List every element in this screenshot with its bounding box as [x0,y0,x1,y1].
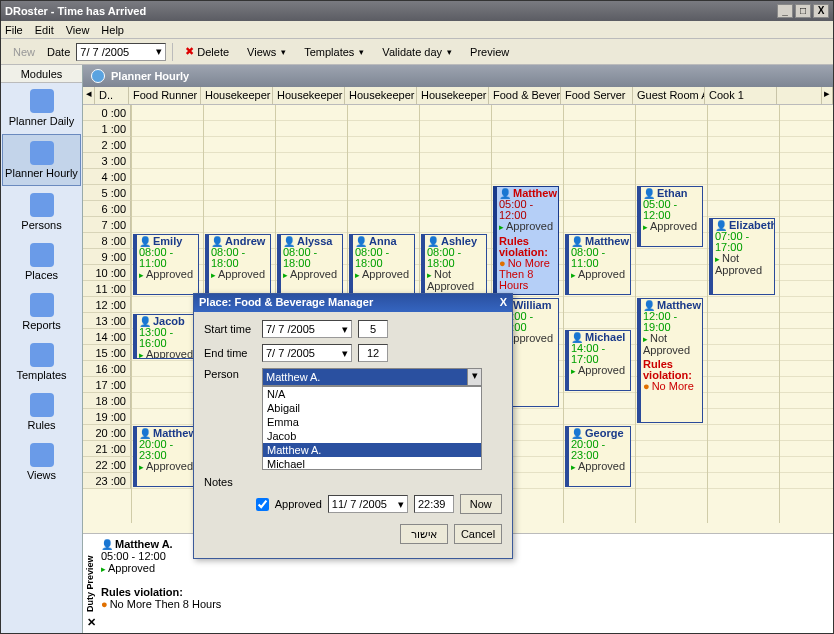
preview-status: Approved [101,562,825,574]
module-rules[interactable]: Rules [1,387,82,437]
time-label: 0 :00 [83,105,131,121]
shift-card[interactable]: Andrew08:00 - 18:00Approved [205,234,271,295]
time-label: 17 :00 [83,377,131,393]
person-dropdown-list[interactable]: N/AAbigailEmmaJacobMatthew A.MichaelWill… [262,386,482,470]
titlebar: DRoster - Time has Arrived _ □ X [1,1,833,21]
person-option[interactable]: Matthew A. [263,443,481,457]
time-label: 9 :00 [83,249,131,265]
shift-card[interactable]: Ashley08:00 - 18:00Not Approved [421,234,487,295]
column-header[interactable]: Housekeeper 5 [417,87,489,104]
shift-card[interactable]: Jacob13:00 - 16:00Approved [133,314,199,359]
time-label: 22 :00 [83,457,131,473]
shift-card[interactable]: Matthew A.12:00 - 19:00Not ApprovedRules… [637,298,703,423]
column-header[interactable]: Housekeeper 3 [273,87,345,104]
scroll-left[interactable]: ◂ [83,87,95,104]
shift-card[interactable]: Anna08:00 - 18:00Approved [349,234,415,295]
person-option[interactable]: Michael [263,457,481,470]
time-label: 15 :00 [83,345,131,361]
column-header[interactable]: Food & Beverage... [489,87,561,104]
shift-card[interactable]: Matthew A.05:00 - 12:00ApprovedRules vio… [493,186,559,295]
module-templates[interactable]: Templates [1,337,82,387]
module-places[interactable]: Places [1,237,82,287]
person-option[interactable]: Abigail [263,401,481,415]
toolbar: New Date 7/ 7 /2005▾ ✖Delete Views Templ… [1,39,833,65]
person-combobox[interactable]: Matthew A.▾ N/AAbigailEmmaJacobMatthew A… [262,368,482,470]
shift-card[interactable]: Matthew B.08:00 - 11:00Approved [565,234,631,295]
menu-edit[interactable]: Edit [35,24,54,36]
ok-button[interactable]: אישור [400,524,448,544]
person-option[interactable]: Jacob [263,429,481,443]
time-label: 10 :00 [83,265,131,281]
notes-label: Notes [204,476,256,488]
validate-dropdown[interactable]: Validate day [376,44,458,60]
time-label: 16 :00 [83,361,131,377]
window-title: DRoster - Time has Arrived [5,5,775,17]
time-label: 12 :00 [83,297,131,313]
shift-card[interactable]: Matthew A.20:00 - 23:00Approved [133,426,199,487]
minimize-button[interactable]: _ [777,4,793,18]
column-header[interactable]: Cook 1 [705,87,777,104]
time-label: 3 :00 [83,153,131,169]
shift-card[interactable]: Elizabeth07:00 - 17:00Not Approved [709,218,775,295]
views-dropdown[interactable]: Views [241,44,292,60]
time-label: 23 :00 [83,473,131,489]
module-reports[interactable]: Reports [1,287,82,337]
time-label: 20 :00 [83,425,131,441]
maximize-button[interactable]: □ [795,4,811,18]
preview-close[interactable]: ✕ [87,616,96,629]
templates-dropdown[interactable]: Templates [298,44,370,60]
column-header[interactable]: Food Server [561,87,633,104]
shift-card[interactable]: Emily08:00 - 11:00Approved [133,234,199,295]
date-picker[interactable]: 7/ 7 /2005▾ [76,43,166,61]
dialog-close-icon[interactable]: X [500,296,507,310]
time-label: 5 :00 [83,185,131,201]
shift-card[interactable]: Michael14:00 - 17:00Approved [565,330,631,391]
menu-view[interactable]: View [66,24,90,36]
planner-icon [91,69,105,83]
approved-checkbox[interactable] [256,498,269,511]
end-time-label: End time [204,347,256,359]
time-label: 6 :00 [83,201,131,217]
menu-file[interactable]: File [5,24,23,36]
column-header[interactable]: Food Runner [129,87,201,104]
scroll-right[interactable]: ▸ [821,87,833,104]
person-option[interactable]: Emma [263,415,481,429]
day-header: D.. [95,87,129,104]
shift-card[interactable]: Alyssa08:00 - 18:00Approved [277,234,343,295]
time-label: 1 :00 [83,121,131,137]
end-date-input[interactable]: 7/ 7 /2005▾ [262,344,352,362]
now-button[interactable]: Now [460,494,502,514]
column-header[interactable]: Housekeeper 4 [345,87,417,104]
menu-help[interactable]: Help [101,24,124,36]
new-button[interactable]: New [7,44,41,60]
date-label: Date [47,46,70,58]
person-option[interactable]: N/A [263,387,481,401]
app-window: DRoster - Time has Arrived _ □ X File Ed… [0,0,834,634]
time-label: 2 :00 [83,137,131,153]
column-header[interactable]: Guest Room Atte... [633,87,705,104]
module-persons[interactable]: Persons [1,187,82,237]
shift-card[interactable]: Ethan05:00 - 12:00Approved [637,186,703,247]
start-time-label: Start time [204,323,256,335]
shift-card[interactable]: George20:00 - 23:00Approved [565,426,631,487]
planner-title: Planner Hourly [111,70,189,82]
approved-date-input[interactable]: 11/ 7 /2005▾ [328,495,408,513]
cancel-button[interactable]: Cancel [454,524,502,544]
module-planner-daily[interactable]: Planner Daily [1,83,82,133]
preview-rules-text: No More Then 8 Hours [101,598,825,610]
time-label: 19 :00 [83,409,131,425]
delete-button[interactable]: ✖Delete [179,43,235,60]
module-views[interactable]: Views [1,437,82,487]
preview-button[interactable]: Preview [464,44,515,60]
close-button[interactable]: X [813,4,829,18]
column-header[interactable]: Housekeeper 2 [201,87,273,104]
dialog-titlebar: Place: Food & Beverage Manager X [194,294,512,312]
preview-rules-title: Rules violation: [101,586,825,598]
end-hour-input[interactable] [358,344,388,362]
approved-time-input[interactable]: 22:39 [414,495,454,513]
module-planner-hourly[interactable]: Planner Hourly [2,134,81,186]
modules-panel: Modules Planner DailyPlanner HourlyPerso… [1,65,83,633]
time-label: 13 :00 [83,313,131,329]
start-hour-input[interactable] [358,320,388,338]
start-date-input[interactable]: 7/ 7 /2005▾ [262,320,352,338]
